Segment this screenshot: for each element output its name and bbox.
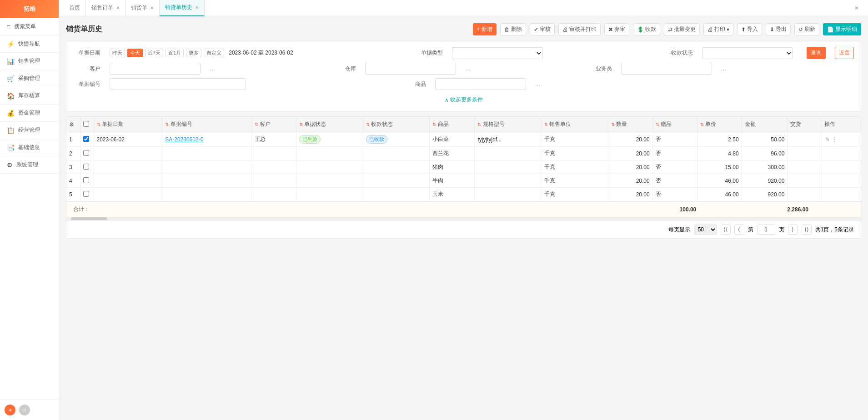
sidebar-item-sales-mgmt[interactable]: 📊 销售管理 [0, 53, 59, 70]
tab-delivery-close[interactable]: ✕ [150, 5, 154, 10]
date-btn-1month[interactable]: 近1月 [166, 49, 184, 57]
sidebar-item-label: 搜索菜单 [14, 23, 36, 30]
query-button[interactable]: 查询 [807, 47, 826, 59]
checkbox-col-header[interactable] [80, 117, 94, 132]
page-first-button[interactable]: ⟨⟨ [721, 225, 731, 235]
tab-home[interactable]: 首页 [64, 0, 86, 16]
audit-button[interactable]: ✔ 审核 [530, 23, 555, 35]
checkbox-cell[interactable] [80, 160, 94, 174]
page-prev-button[interactable]: ⟨ [734, 225, 744, 235]
page-number-input[interactable] [757, 225, 775, 235]
doc-status-cell [296, 174, 363, 188]
tab-sales-order[interactable]: 销售订单 ✕ [86, 0, 125, 16]
tab-delivery-history[interactable]: 销货单历史 ✕ [160, 0, 205, 16]
tab-sales-order-close[interactable]: ✕ [116, 5, 120, 10]
sidebar-item-search-menu[interactable]: ≡ 搜索菜单 [0, 18, 59, 35]
sidebar-item-finance[interactable]: 💰 资金管理 [0, 105, 59, 122]
doc-date-col-header[interactable]: ⇅ 单据日期 [94, 117, 162, 132]
sort-icon: ⇅ [299, 122, 303, 127]
amount-cell: 300.00 [742, 160, 788, 174]
page-last-button[interactable]: ⟩⟩ [802, 225, 812, 235]
staff-input[interactable] [621, 63, 712, 75]
table-settings-icon[interactable]: ⚙ [69, 121, 74, 128]
sidebar-btn-2[interactable]: ⏸ [19, 405, 30, 415]
per-page-select[interactable]: 50 100 200 [694, 225, 717, 235]
spec-col-header[interactable]: ⇅ 规格型号 [475, 117, 542, 132]
print-audit-button[interactable]: 🖨 审核并打印 [558, 23, 601, 35]
date-btn-7days[interactable]: 近7天 [145, 49, 163, 57]
price-col-header[interactable]: ⇅ 单价 [697, 117, 742, 132]
tab-bar: 首页 销售订单 ✕ 销货单 ✕ 销货单历史 ✕ ✕ [59, 0, 868, 16]
tab-bar-close[interactable]: ✕ [850, 5, 863, 11]
row-checkbox[interactable] [83, 164, 89, 170]
checkbox-cell[interactable] [80, 147, 94, 160]
row-checkbox[interactable] [83, 177, 89, 183]
warehouse-input[interactable] [365, 63, 456, 75]
tab-delivery[interactable]: 销货单 ✕ [125, 0, 160, 16]
edit-action-icon[interactable]: ✎ [825, 136, 830, 143]
gift-col-header[interactable]: ⇅ 赠品 [652, 117, 697, 132]
sidebar-item-inventory[interactable]: 🏠 库存核算 [0, 87, 59, 105]
sidebar-btn-1[interactable]: ☀ [5, 405, 15, 415]
refresh-button[interactable]: ↺ 刷新 [794, 23, 819, 35]
checkbox-cell[interactable] [80, 174, 94, 188]
more-action-icon[interactable]: ⋮ [832, 136, 837, 143]
date-btn-today[interactable]: 今天 [127, 49, 143, 57]
date-btn-more[interactable]: 更多 [186, 49, 201, 57]
sidebar-item-quick-nav[interactable]: ⚡ 快捷导航 [0, 35, 59, 53]
print-button[interactable]: 🖨 打印 ▾ [703, 23, 733, 35]
settings-button[interactable]: 设置 [835, 47, 854, 59]
staff-dots[interactable]: … [721, 65, 727, 72]
export-button[interactable]: ⬇ 导出 [766, 23, 791, 35]
date-btn-yesterday[interactable]: 昨天 [110, 49, 125, 57]
warehouse-dots[interactable]: … [465, 65, 471, 72]
sidebar-item-ops-mgmt[interactable]: 📋 经营管理 [0, 122, 59, 139]
delete-button[interactable]: 🗑 删除 [500, 23, 526, 35]
doc-no-link[interactable]: SA-20230602-0 [165, 136, 203, 143]
payment-status-col-header[interactable]: ⇅ 收款状态 [363, 117, 430, 132]
horizontal-scrollbar[interactable] [66, 217, 861, 220]
select-all-checkbox[interactable] [83, 121, 89, 127]
checkbox-cell[interactable] [80, 188, 94, 201]
customer-dots[interactable]: … [210, 65, 215, 72]
amount-cell: 96.00 [742, 147, 788, 160]
filter-row-2: 客户 … 仓库 … 业务员 … [73, 63, 854, 75]
doc-type-select[interactable] [452, 47, 543, 59]
sidebar-item-sys-mgmt[interactable]: ⚙ 系统管理 [0, 156, 59, 174]
batch-change-button[interactable]: ⇄ 批量变更 [664, 23, 700, 35]
doc-no-col-header[interactable]: ⇅ 单据编号 [162, 117, 252, 132]
doc-no-input[interactable] [110, 78, 246, 90]
new-button[interactable]: + 新增 [473, 23, 497, 35]
goods-input[interactable] [435, 78, 526, 90]
payment-status-select[interactable] [702, 47, 793, 59]
row-checkbox[interactable] [83, 136, 89, 142]
payment-status-badge: 已收款 [366, 135, 387, 144]
abandon-button[interactable]: ✖ 弃审 [604, 23, 629, 35]
customer-input[interactable] [110, 63, 201, 75]
row-checkbox[interactable] [83, 191, 89, 197]
customer-col-header[interactable]: ⇅ 客户 [251, 117, 296, 132]
date-btn-custom[interactable]: 自定义 [204, 49, 224, 57]
goods-col-header[interactable]: ⇅ 商品 [430, 117, 475, 132]
checkbox-cell[interactable] [80, 132, 94, 147]
basic-info-icon: 📑 [7, 144, 15, 151]
import-button[interactable]: ⬆ 导入 [737, 23, 762, 35]
price-cell: 4.80 [697, 147, 742, 160]
settings-col-header[interactable]: ⚙ [66, 117, 80, 132]
refresh-icon: ↺ [798, 26, 803, 33]
doc-status-col-header[interactable]: ⇅ 单据状态 [296, 117, 363, 132]
sidebar-item-purchase-mgmt[interactable]: 🛒 采购管理 [0, 70, 59, 87]
page-next-button[interactable]: ⟩ [788, 225, 798, 235]
tab-delivery-history-close[interactable]: ✕ [195, 5, 199, 10]
scroll-thumb[interactable] [71, 217, 107, 220]
sidebar-item-basic-info[interactable]: 📑 基础信息 [0, 139, 59, 156]
print-audit-icon: 🖨 [562, 26, 568, 33]
unit-col-header[interactable]: ⇅ 销售单位 [542, 117, 608, 132]
collect-button[interactable]: 💲 收款 [633, 23, 660, 35]
qty-col-header[interactable]: ⇅ 数量 [608, 117, 652, 132]
row-checkbox[interactable] [83, 150, 89, 156]
goods-dots[interactable]: … [535, 81, 541, 87]
show-detail-button[interactable]: 📄 显示明细 [823, 23, 861, 35]
import-icon: ⬆ [741, 26, 746, 33]
collapse-button[interactable]: ∧ 收起更多条件 [73, 94, 854, 106]
